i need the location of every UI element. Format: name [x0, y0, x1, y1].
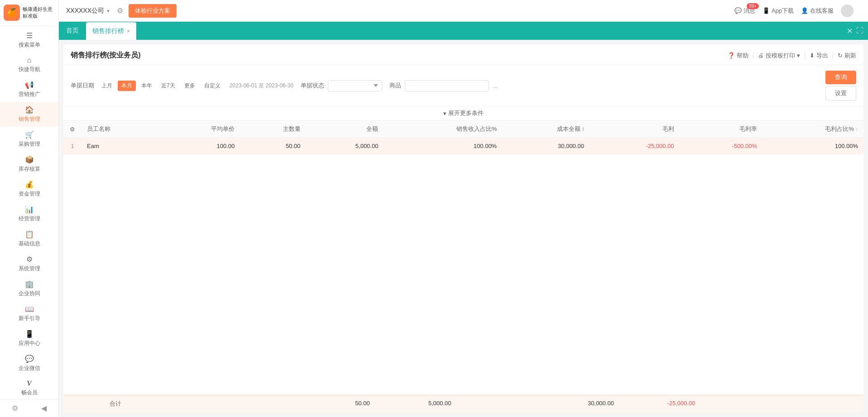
- goods-label: 商品: [389, 81, 401, 90]
- wechat-icon: 💬: [25, 355, 34, 363]
- expand-icon: ▾: [443, 110, 446, 117]
- sidebar-item-member[interactable]: V 畅会员: [0, 376, 58, 399]
- col-profit: 毛利: [590, 120, 680, 138]
- date-btn-last-month[interactable]: 上月: [98, 81, 116, 91]
- tab-active-label: 销售排行榜: [92, 27, 124, 35]
- footer-amount: 5,000.00: [370, 400, 451, 408]
- cell-profit-pct: 100.00%: [762, 138, 863, 154]
- date-btn-this-year[interactable]: 本年: [138, 81, 156, 91]
- date-btn-custom[interactable]: 自定义: [201, 81, 224, 91]
- sidebar-label-basic: 基础信息: [19, 240, 40, 248]
- col-cost: 成本全额 ℹ: [502, 120, 590, 138]
- cell-qty: 50.00: [240, 138, 306, 154]
- purchase-icon: 🛒: [25, 130, 34, 139]
- table-footer: 合计 50.00 5,000.00 30,000.00 -25,000.00: [63, 395, 863, 412]
- sidebar-item-corp[interactable]: 🏢 企业协同: [0, 276, 58, 301]
- date-btn-more[interactable]: 更多: [181, 81, 199, 91]
- cost-info-icon: ℹ: [582, 126, 584, 132]
- sidebar-item-purchase[interactable]: 🛒 采购管理: [0, 127, 58, 152]
- col-amount: 全额: [306, 120, 384, 138]
- cell-rank: 1: [63, 138, 82, 154]
- profit-pct-info-icon: ↕: [856, 126, 858, 132]
- sidebar-label-search-order: 搜索菜单: [19, 41, 40, 49]
- refresh-icon: ↻: [838, 52, 843, 59]
- query-button[interactable]: 查询: [825, 71, 856, 84]
- apps-icon: 📱: [25, 330, 34, 338]
- company-name: XXXXXX公司: [66, 7, 104, 15]
- sidebar-item-operation[interactable]: 📊 经营管理: [0, 201, 58, 226]
- print-chevron-icon: ▾: [797, 52, 800, 59]
- divider-3: [833, 53, 833, 59]
- sidebar-settings-btn[interactable]: ⚙: [12, 404, 18, 412]
- tab-maximize-icon[interactable]: ⛶: [856, 27, 863, 35]
- header-settings-icon[interactable]: ⚙: [117, 6, 123, 15]
- status-select[interactable]: [328, 80, 382, 91]
- logo-sub: 标准版: [23, 13, 53, 19]
- sales-icon: 🏠: [25, 105, 34, 114]
- sidebar-item-system[interactable]: ⚙ 系统管理: [0, 251, 58, 276]
- company-chevron-icon: ▾: [107, 8, 110, 14]
- content-area: 销售排行榜(按业务员) ❓ 帮助 🖨 按模板打印 ▾ ⬇: [59, 40, 868, 417]
- cell-profit-rate: -500.00%: [680, 138, 763, 154]
- tab-home[interactable]: 首页: [59, 22, 86, 40]
- col-sales-pct: 销售收入占比%: [384, 120, 502, 138]
- sidebar-item-basic[interactable]: 📋 基础信息: [0, 226, 58, 251]
- cell-name: Eam: [82, 138, 161, 154]
- col-settings: ⚙: [63, 120, 82, 138]
- refresh-button[interactable]: ↻ 刷新: [838, 52, 856, 60]
- sidebar-item-marketing[interactable]: 📢 营销推广: [0, 77, 58, 102]
- marketing-icon: 📢: [25, 81, 34, 89]
- export-button[interactable]: ⬇ 导出: [810, 52, 828, 60]
- tab-close-icon[interactable]: ×: [127, 28, 130, 34]
- print-button[interactable]: 🖨 按模板打印 ▾: [758, 52, 800, 60]
- help-icon: ❓: [728, 52, 735, 59]
- top-header: XXXXXX公司 ▾ ⚙ 体验行业方案 💬 消息 99+ 📱 App下载 👤 在…: [59, 0, 868, 22]
- col-settings-icon[interactable]: ⚙: [70, 126, 75, 133]
- col-profit-pct: 毛利占比% ↕: [762, 120, 863, 138]
- cell-avg-price: 100.00: [161, 138, 240, 154]
- sidebar-item-sales[interactable]: 🏠 销售管理: [0, 102, 58, 127]
- company-selector[interactable]: XXXXXX公司 ▾: [66, 7, 110, 15]
- print-icon: 🖨: [758, 52, 764, 59]
- settings-page-button[interactable]: 设置: [825, 86, 856, 101]
- export-label: 导出: [816, 52, 828, 60]
- tab-active-sales-ranking[interactable]: 销售排行榜 ×: [86, 22, 136, 40]
- user-avatar[interactable]: [841, 5, 854, 17]
- date-buttons: 上月 本月 本年 近7天 更多 自定义: [98, 81, 224, 91]
- sidebar-label-finance: 资金管理: [19, 190, 40, 198]
- tab-close-window-icon[interactable]: ✕: [847, 27, 853, 35]
- print-label: 按模板打印: [766, 52, 795, 60]
- member-icon: V: [27, 379, 32, 388]
- sidebar-item-quick-nav[interactable]: ⌂ 快捷导航: [0, 53, 58, 77]
- service-label: 在线客服: [810, 7, 834, 15]
- sidebar-item-finance[interactable]: 💰 资金管理: [0, 177, 58, 201]
- online-service-button[interactable]: 👤 在线客服: [801, 7, 834, 15]
- sidebar-item-wechat[interactable]: 💬 企业微信: [0, 351, 58, 376]
- message-button[interactable]: 💬 消息 99+: [734, 7, 755, 15]
- cell-cost: 30,000.00: [502, 138, 590, 154]
- sidebar-item-apps[interactable]: 📱 应用中心: [0, 326, 58, 351]
- expand-conditions-button[interactable]: ▾ 展开更多条件: [443, 109, 484, 117]
- help-button[interactable]: ❓ 帮助: [728, 52, 748, 60]
- search-order-icon: ☰: [26, 31, 33, 40]
- filter-area: 单据日期 上月 本月 本年 近7天 更多 自定义 2023-06-01 至 20…: [63, 65, 863, 106]
- sidebar-footer: ⚙ ◀: [0, 399, 58, 417]
- finance-icon: 💰: [25, 180, 34, 189]
- date-filter: 单据日期 上月 本月 本年 近7天 更多 自定义 2023-06-01 至 20…: [71, 81, 293, 91]
- expand-label: 展开更多条件: [448, 109, 484, 117]
- sidebar-item-search-order[interactable]: ☰ 搜索菜单: [0, 28, 58, 53]
- sidebar-item-inventory[interactable]: 📦 库存核算: [0, 152, 58, 177]
- trial-button[interactable]: 体验行业方案: [129, 4, 177, 18]
- sidebar-item-guide[interactable]: 📖 新手引导: [0, 301, 58, 326]
- sidebar-label-purchase: 采购管理: [19, 140, 40, 148]
- sidebar-label-marketing: 营销推广: [19, 91, 40, 98]
- footer-profit-rate: [695, 400, 777, 408]
- date-btn-7days[interactable]: 近7天: [158, 81, 179, 91]
- date-btn-this-month[interactable]: 本月: [118, 81, 136, 91]
- footer-label-text: 合计: [110, 400, 207, 408]
- sidebar: 🍊 畅康通好生意 标准版 ☰ 搜索菜单 ⌂ 快捷导航 📢 营销推广 🏠 销售管理…: [0, 0, 59, 417]
- goods-more-icon[interactable]: ...: [493, 82, 498, 89]
- app-download-button[interactable]: 📱 App下载: [762, 7, 794, 15]
- sidebar-collapse-btn[interactable]: ◀: [41, 404, 47, 412]
- goods-input[interactable]: [405, 80, 489, 91]
